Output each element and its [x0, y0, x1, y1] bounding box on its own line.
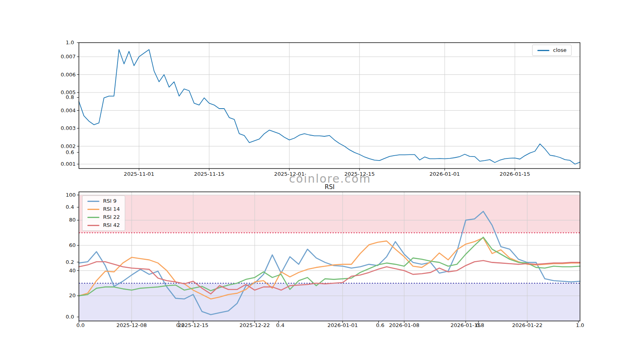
- rsi-x-tick-label: 2026-01-15: [450, 323, 481, 328]
- rsi-y-tick-label: 100: [66, 192, 76, 198]
- oversold-band: [79, 283, 580, 321]
- figure-y-tick-label: 0.4: [66, 204, 74, 210]
- rsi22-line-swatch: [87, 217, 99, 218]
- price-y-tick-label: 0.001: [61, 161, 76, 167]
- price-x-tick-label: 2025-11-01: [124, 171, 155, 177]
- price-y-tick-label: 0.006: [61, 72, 76, 78]
- rsi9-legend-label: RSI 9: [103, 198, 117, 204]
- figure-y-tick-label: 0.6: [66, 150, 74, 155]
- price-x-tick-label: 2025-11-15: [194, 171, 225, 177]
- rsi14-legend-label: RSI 14: [103, 206, 120, 212]
- price-x-tick-label: 2026-01-01: [429, 171, 460, 177]
- rsi-y-tick-label: 40: [69, 268, 76, 274]
- price-legend: close: [532, 45, 572, 56]
- rsi-y-tick-label: 20: [69, 293, 76, 298]
- legend-row-rsi9: RSI 9: [83, 197, 124, 205]
- rsi-x-tick-label: 2025-12-22: [239, 323, 270, 328]
- figure-y-tick-label: 1.0: [66, 40, 74, 45]
- price-plot-border: [79, 43, 580, 169]
- rsi-legend: RSI 9 RSI 14 RSI 22 RSI 42: [82, 195, 125, 231]
- close-line: [79, 49, 580, 164]
- legend-row-close: close: [533, 46, 570, 54]
- figure-canvas: coinlore.com RSI close RSI 9 RSI 14 RSI …: [0, 0, 644, 362]
- legend-row-rsi42: RSI 42: [83, 221, 124, 229]
- rsi14-line-swatch: [87, 209, 99, 210]
- close-line-swatch: [537, 50, 549, 51]
- price-y-tick-label: 0.007: [61, 54, 76, 60]
- price-x-tick-label: 2025-12-01: [274, 171, 305, 177]
- rsi-subplot-title: RSI: [325, 183, 334, 191]
- rsi9-line-swatch: [87, 201, 99, 202]
- rsi-x-tick-label: 2026-01-22: [512, 323, 543, 328]
- close-legend-label: close: [553, 47, 566, 53]
- rsi42-legend-label: RSI 42: [103, 222, 120, 228]
- rsi-y-tick-label: 60: [69, 243, 76, 248]
- figure-y-tick-label: 0.8: [66, 95, 74, 100]
- figure-y-tick-label: 0.2: [66, 259, 74, 265]
- rsi-x-tick-label: 2026-01-08: [389, 323, 419, 328]
- rsi42-line-swatch: [87, 225, 99, 226]
- figure-x-tick-label: 1.0: [576, 323, 584, 328]
- price-y-tick-label: 0.003: [61, 125, 76, 131]
- price-y-tick-label: 0.004: [61, 108, 76, 113]
- figure-x-tick-label: 0.0: [76, 323, 85, 328]
- figure-x-tick-label: 0.6: [376, 323, 384, 328]
- figure-y-tick-label: 0.0: [66, 314, 74, 320]
- rsi-y-tick-label: 80: [69, 217, 76, 223]
- legend-row-rsi14: RSI 14: [83, 205, 124, 213]
- rsi-x-tick-label: 2026-01-01: [327, 323, 358, 328]
- price-x-tick-label: 2026-01-15: [500, 171, 530, 177]
- legend-row-rsi22: RSI 22: [83, 213, 124, 221]
- rsi-x-tick-label: 2025-12-15: [178, 323, 208, 328]
- price-y-tick-label: 0.002: [61, 144, 76, 149]
- rsi-x-tick-label: 2025-12-08: [116, 323, 147, 328]
- price-x-tick-label: 2025-12-15: [344, 171, 375, 177]
- figure-x-tick-label: 0.4: [276, 323, 285, 328]
- rsi22-legend-label: RSI 22: [103, 214, 120, 220]
- overbought-band: [79, 195, 580, 233]
